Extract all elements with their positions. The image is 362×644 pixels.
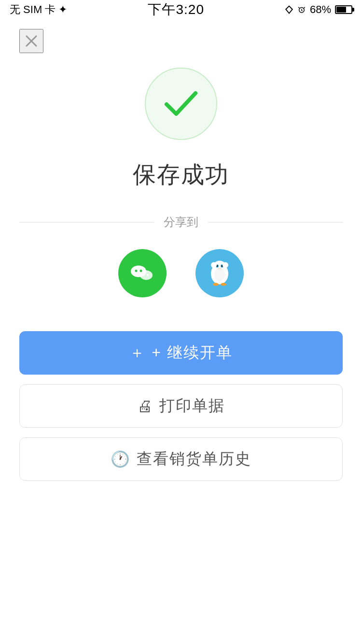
status-left: 无 SIM 卡 ✦ [10, 2, 67, 17]
history-button[interactable]: 🕐 查看销货单历史 [19, 437, 343, 481]
svg-point-19 [214, 268, 225, 281]
qq-icon [205, 260, 234, 287]
continue-label: + 继续开单 [152, 342, 233, 364]
success-circle [145, 68, 217, 140]
battery-percent: 68% [310, 3, 331, 16]
divider-right [208, 222, 343, 223]
location-icon [285, 5, 293, 14]
close-icon [24, 34, 39, 48]
divider-left [19, 222, 154, 223]
share-label: 分享到 [164, 214, 198, 230]
status-time: 下午3:20 [148, 0, 204, 19]
wechat-share-button[interactable] [118, 249, 167, 297]
svg-point-21 [221, 283, 226, 286]
print-label: 打印单据 [159, 395, 225, 417]
wechat-icon [128, 259, 157, 288]
history-label: 查看销货单历史 [137, 448, 251, 470]
main-content: 保存成功 分享到 [0, 19, 362, 644]
action-buttons: ＋ + 继续开单 🖨 打印单据 🕐 查看销货单历史 [19, 331, 343, 481]
status-right: 68% [285, 3, 352, 16]
status-bar: 无 SIM 卡 ✦ 下午3:20 68% [0, 0, 362, 19]
svg-point-20 [213, 283, 219, 286]
continue-button[interactable]: ＋ + 继续开单 [19, 331, 343, 375]
share-divider: 分享到 [19, 214, 343, 230]
checkmark-icon [164, 91, 198, 117]
close-button[interactable] [19, 29, 43, 53]
battery-icon [335, 5, 352, 14]
svg-point-23 [223, 262, 228, 268]
history-icon: 🕐 [111, 450, 131, 468]
svg-marker-0 [286, 6, 292, 14]
success-title: 保存成功 [133, 159, 229, 190]
continue-icon: ＋ [129, 342, 146, 364]
print-button[interactable]: 🖨 打印单据 [19, 384, 343, 428]
qq-share-button[interactable] [195, 249, 244, 297]
print-icon: 🖨 [137, 397, 153, 415]
share-icons [118, 249, 244, 297]
svg-point-22 [211, 262, 217, 268]
sim-status: 无 SIM 卡 ✦ [10, 2, 67, 17]
alarm-icon [297, 5, 306, 14]
